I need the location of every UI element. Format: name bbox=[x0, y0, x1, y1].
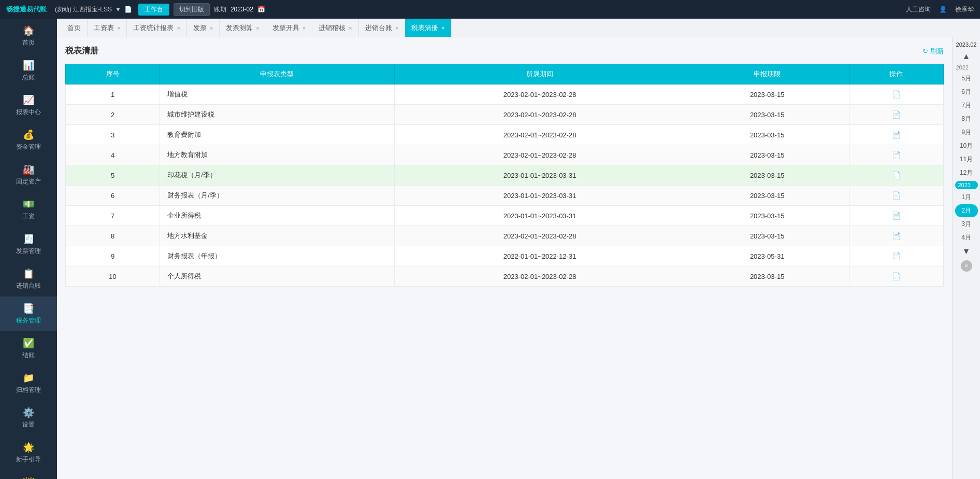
cell-action-9[interactable]: 📄 bbox=[849, 266, 943, 287]
action-button-0[interactable]: 📄 bbox=[890, 89, 903, 100]
main-layout: 🏠 首页 📊 总账 📈 报表中心 💰 资金管理 🏭 固定资产 💵 工资 🧾 发票… bbox=[0, 19, 980, 479]
month-item-2023-after-3月[interactable]: 3月 bbox=[955, 218, 978, 231]
sidebar-item-archive[interactable]: 📁 归档管理 bbox=[0, 366, 57, 401]
action-button-1[interactable]: 📄 bbox=[890, 109, 903, 120]
panel-down-button[interactable]: ▼ bbox=[960, 245, 973, 258]
month-item-2022-12月[interactable]: 12月 bbox=[955, 166, 978, 179]
tab-0[interactable]: 首页 bbox=[61, 19, 88, 37]
right-panel-header: 2023.02 bbox=[953, 39, 980, 50]
top-bar-center: 工作台 切到旧版 账期 2023-02 📅 bbox=[138, 3, 265, 16]
sidebar-item-home[interactable]: 🏠 首页 bbox=[0, 19, 57, 53]
sidebar-item-assets[interactable]: 🏭 固定资产 bbox=[0, 158, 57, 192]
ai-consult-button[interactable]: 人工咨询 bbox=[906, 5, 931, 14]
month-item-2023-1月[interactable]: 1月 bbox=[955, 191, 978, 204]
cell-deadline-6: 2023-03-15 bbox=[685, 206, 849, 226]
sidebar-item-invoice[interactable]: 🧾 发票管理 bbox=[0, 227, 57, 262]
tab-6[interactable]: 进销稽核× bbox=[312, 19, 358, 37]
sidebar-item-tax[interactable]: 📑 税务管理 bbox=[0, 297, 57, 331]
action-button-8[interactable]: 📄 bbox=[890, 251, 903, 261]
sidebar-item-salary[interactable]: 💵 工资 bbox=[0, 192, 57, 227]
invoice-icon: 🧾 bbox=[23, 233, 34, 245]
tax-table: 序号申报表类型所属期间申报期限操作 1 增值税 2023-02-01~2023-… bbox=[65, 64, 944, 287]
action-button-5[interactable]: 📄 bbox=[890, 190, 903, 201]
cell-type-2: 教育费附加 bbox=[160, 125, 395, 145]
month-item-2022-11月[interactable]: 11月 bbox=[955, 153, 978, 166]
panel-close-button[interactable]: × bbox=[961, 260, 972, 272]
month-item-2022-5月[interactable]: 5月 bbox=[955, 72, 978, 85]
col-header-申报表类型: 申报表类型 bbox=[160, 64, 395, 84]
cell-action-1[interactable]: 📄 bbox=[849, 105, 943, 125]
cell-action-7[interactable]: 📄 bbox=[849, 226, 943, 246]
month-item-2022-7月[interactable]: 7月 bbox=[955, 99, 978, 112]
sidebar-item-member[interactable]: 👑 畅会员 bbox=[0, 470, 57, 479]
report-icon: 📈 bbox=[23, 94, 34, 106]
tab-2[interactable]: 工资统计报表× bbox=[127, 19, 186, 37]
cell-action-5[interactable]: 📄 bbox=[849, 186, 943, 206]
period-label: 账期 bbox=[214, 5, 226, 14]
sidebar-item-settle[interactable]: ✅ 结账 bbox=[0, 331, 57, 366]
month-item-2022-9月[interactable]: 9月 bbox=[955, 126, 978, 139]
year-2023-badge[interactable]: 2023 bbox=[955, 181, 978, 189]
tab-close-3[interactable]: × bbox=[210, 25, 213, 31]
workspace-button[interactable]: 工作台 bbox=[138, 4, 169, 16]
cell-action-4[interactable]: 📄 bbox=[849, 165, 943, 186]
action-button-6[interactable]: 📄 bbox=[890, 210, 903, 221]
page-content: 税表清册 ↻ 刷新 序号申报表类型所属期间申报期限操作 1 增值税 2023-0… bbox=[57, 37, 980, 479]
table-row: 10 个人所得税 2023-02-01~2023-02-28 2023-03-1… bbox=[66, 266, 944, 287]
month-item-active[interactable]: 2月 bbox=[955, 204, 978, 217]
sidebar-item-settings[interactable]: ⚙️ 设置 bbox=[0, 401, 57, 435]
cell-action-2[interactable]: 📄 bbox=[849, 125, 943, 145]
refresh-button[interactable]: ↻ 刷新 bbox=[923, 47, 944, 56]
cell-no-7: 8 bbox=[66, 226, 160, 246]
cell-action-0[interactable]: 📄 bbox=[849, 84, 943, 105]
panel-up-button[interactable]: ▲ bbox=[960, 50, 973, 63]
sidebar: 🏠 首页 📊 总账 📈 报表中心 💰 资金管理 🏭 固定资产 💵 工资 🧾 发票… bbox=[0, 19, 57, 479]
action-button-4[interactable]: 📄 bbox=[890, 170, 903, 180]
sidebar-item-fund[interactable]: 💰 资金管理 bbox=[0, 123, 57, 158]
cell-action-8[interactable]: 📄 bbox=[849, 246, 943, 266]
tab-1[interactable]: 工资表× bbox=[88, 19, 127, 37]
tab-close-2[interactable]: × bbox=[177, 25, 180, 31]
company-dropdown-icon[interactable]: ▼ bbox=[115, 6, 121, 13]
sidebar-label-fund: 资金管理 bbox=[16, 143, 41, 151]
sidebar-item-ledger[interactable]: 📊 总账 bbox=[0, 53, 57, 88]
calendar-icon[interactable]: 📅 bbox=[257, 6, 265, 13]
tab-close-1[interactable]: × bbox=[117, 25, 120, 31]
cell-period-9: 2023-02-01~2023-02-28 bbox=[394, 266, 685, 287]
tab-7[interactable]: 进销台账× bbox=[359, 19, 405, 37]
tab-close-8[interactable]: × bbox=[441, 25, 444, 31]
tab-close-5[interactable]: × bbox=[302, 25, 306, 31]
tab-close-6[interactable]: × bbox=[349, 25, 352, 31]
month-item-2022-8月[interactable]: 8月 bbox=[955, 112, 978, 125]
sidebar-item-purchsale[interactable]: 📋 进销台账 bbox=[0, 262, 57, 297]
cell-type-8: 财务报表（年报） bbox=[160, 246, 395, 266]
company-selector[interactable]: (勿动) 江西报宝-LSS ▼ 📄 bbox=[55, 5, 132, 14]
action-button-9[interactable]: 📄 bbox=[890, 271, 903, 281]
month-item-2023-after-4月[interactable]: 4月 bbox=[955, 231, 978, 244]
user-name[interactable]: 徐涿华 bbox=[955, 5, 974, 14]
tab-close-7[interactable]: × bbox=[395, 25, 398, 31]
sidebar-label-settle: 结账 bbox=[22, 351, 35, 360]
cell-period-7: 2023-02-01~2023-02-28 bbox=[394, 226, 685, 246]
action-button-7[interactable]: 📄 bbox=[890, 231, 903, 241]
cell-type-4: 印花税（月/季） bbox=[160, 165, 395, 186]
sidebar-item-report[interactable]: 📈 报表中心 bbox=[0, 88, 57, 123]
month-item-2022-6月[interactable]: 6月 bbox=[955, 86, 978, 98]
fund-icon: 💰 bbox=[23, 129, 34, 140]
tab-4[interactable]: 发票测算× bbox=[220, 19, 266, 37]
tab-8[interactable]: 税表清册× bbox=[405, 19, 451, 37]
cell-action-3[interactable]: 📄 bbox=[849, 145, 943, 165]
table-row: 7 企业所得税 2023-01-01~2023-03-31 2023-03-15… bbox=[66, 206, 944, 226]
tab-5[interactable]: 发票开具× bbox=[266, 19, 312, 37]
switch-button[interactable]: 切到旧版 bbox=[174, 3, 210, 16]
action-button-2[interactable]: 📄 bbox=[890, 130, 903, 140]
cell-action-6[interactable]: 📄 bbox=[849, 206, 943, 226]
month-item-2022-10月[interactable]: 10月 bbox=[955, 139, 978, 152]
tab-label-2: 工资统计报表 bbox=[133, 23, 174, 33]
action-button-3[interactable]: 📄 bbox=[890, 150, 903, 160]
tab-3[interactable]: 发票× bbox=[187, 19, 220, 37]
purchsale-icon: 📋 bbox=[23, 268, 34, 279]
sidebar-item-guide[interactable]: 🌟 新手引导 bbox=[0, 435, 57, 470]
tab-label-7: 进销台账 bbox=[365, 23, 392, 33]
tab-close-4[interactable]: × bbox=[256, 25, 259, 31]
